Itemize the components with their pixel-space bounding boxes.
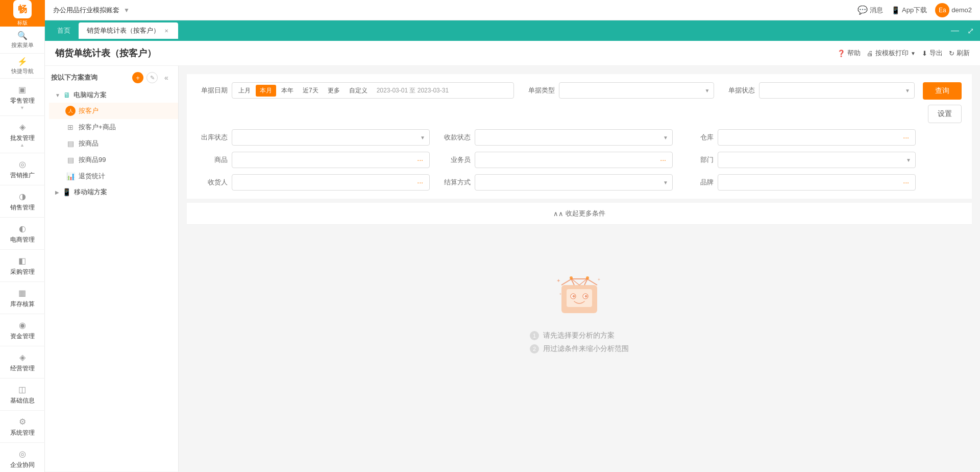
quicknav-label: 快捷导航 xyxy=(11,67,34,75)
dept-arrow: ▼ xyxy=(906,157,911,163)
doc-type-arrow: ▼ xyxy=(705,88,710,93)
message-label: 消息 xyxy=(870,6,883,15)
dept-select[interactable]: ▼ xyxy=(718,152,916,168)
date-tab-custom[interactable]: 自定义 xyxy=(345,84,372,97)
right-content: 单据日期 上月 本月 本年 近7天 更多 自定义 2023-03-01 至 20… xyxy=(179,66,980,471)
collapse-btn[interactable]: ∧∧ 收起更多条件 xyxy=(545,207,614,220)
logo-text: 标版 xyxy=(17,19,28,27)
tabbar: 首页 销货单统计表（按客户） ✕ — ⤢ xyxy=(45,20,980,41)
sidebar-item-finance[interactable]: ◉ 资金管理 xyxy=(0,314,45,346)
tree-item-by-customer[interactable]: 人 按客户 xyxy=(49,103,178,119)
customer-icon: 人 xyxy=(65,106,76,116)
ecom-icon: ◐ xyxy=(17,223,28,234)
query-button[interactable]: 查询 xyxy=(923,82,962,100)
tab-report[interactable]: 销货单统计表（按客户） ✕ xyxy=(79,22,178,39)
tree-item-by-goods[interactable]: ▤ 按商品 xyxy=(49,135,178,152)
tree-mobile-group: ▶ 📱 移动端方案 xyxy=(45,184,178,200)
sidebar-item-basic[interactable]: ◫ 基础信息 xyxy=(0,379,45,411)
tree-item-by-customer-goods[interactable]: ⊞ 按客户+商品 xyxy=(49,119,178,135)
sidebar-item-system[interactable]: ⚙ 系统管理 xyxy=(0,411,45,443)
export-btn[interactable]: ⬇ 导出 xyxy=(922,49,943,58)
sidebar-item-ecom[interactable]: ◐ 电商管理 xyxy=(0,218,45,250)
sidebar-item-sales[interactable]: ◑ 销售管理 xyxy=(0,185,45,218)
app-download-icon: 📱 xyxy=(891,6,900,14)
refresh-btn[interactable]: ↻ 刷新 xyxy=(949,49,970,58)
empty-tips: 1 请先选择要分析的方案 2 用过滤条件来缩小分析范围 xyxy=(530,331,629,353)
date-range-display: 2023-03-01 至 2023-03-31 xyxy=(377,86,449,95)
receipt-status-label: 收款状态 xyxy=(440,133,471,142)
sidebar-item-corp[interactable]: ◎ 企业协同 xyxy=(0,443,45,472)
monitor-icon: 🖥 xyxy=(63,91,70,99)
warehouse-select[interactable]: ··· xyxy=(718,129,916,146)
date-tab-last-month[interactable]: 上月 xyxy=(234,84,255,97)
tree-item-customer-label: 按客户 xyxy=(79,106,99,115)
customer-goods-icon: ⊞ xyxy=(65,122,76,132)
brand-dots: ··· xyxy=(901,178,911,186)
corp-label: 企业协同 xyxy=(10,461,35,469)
goods-select[interactable]: ··· xyxy=(232,152,430,168)
topbar-left: 办公用品行业模拟账套 ▼ xyxy=(53,6,130,15)
date-tab-this-year[interactable]: 本年 xyxy=(277,84,298,97)
sidebar-item-purchase[interactable]: ◧ 采购管理 xyxy=(0,250,45,282)
sidebar-item-inventory[interactable]: ▦ 库存核算 xyxy=(0,282,45,314)
tab-close-icon[interactable]: ✕ xyxy=(163,27,170,34)
dept-label: 部门 xyxy=(683,155,714,164)
settlement-select[interactable]: ▼ xyxy=(475,174,673,191)
out-status-select[interactable]: ▼ xyxy=(232,129,430,146)
consignee-select[interactable]: ··· xyxy=(232,174,430,191)
help-btn[interactable]: ❓ 帮助 xyxy=(837,49,861,58)
sidebar-search[interactable]: 🔍 搜索菜单 xyxy=(0,27,45,54)
sidebar-item-biz[interactable]: ◈ 经营管理 xyxy=(0,346,45,379)
refresh-icon: ↻ xyxy=(949,50,954,57)
edit-icon: ✎ xyxy=(150,75,155,81)
sidebar-item-marketing[interactable]: ◎ 营销推广 xyxy=(0,153,45,185)
purchase-icon: ◧ xyxy=(17,255,28,266)
tree-group-mobile-header[interactable]: ▶ 📱 移动端方案 xyxy=(49,184,178,200)
message-btn[interactable]: 💬 消息 xyxy=(857,5,883,15)
goods-dots: ··· xyxy=(415,156,425,164)
tree-item-by-goods99[interactable]: ▤ 按商品99 xyxy=(49,152,178,168)
date-tab-this-month[interactable]: 本月 xyxy=(256,85,276,97)
tab-maximize-icon[interactable]: ⤢ xyxy=(965,24,976,38)
tree-group-mobile-label: 移动端方案 xyxy=(74,187,107,197)
corp-icon: ◎ xyxy=(17,448,28,459)
doc-type-select[interactable]: ▼ xyxy=(559,82,715,99)
collapse-icon: « xyxy=(164,74,168,82)
collapse-row: ∧∧ 收起更多条件 xyxy=(187,203,972,225)
empty-state: ✦ ✦ ✦ 1 请先选择要分析的方案 2 用过滤条件来缩小分析范围 xyxy=(187,229,972,384)
sidebar-item-retail[interactable]: ▣ 零售管理 ▼ xyxy=(0,79,45,116)
edit-scheme-btn[interactable]: ✎ xyxy=(146,72,158,83)
system-label: 系统管理 xyxy=(10,429,35,437)
sidebar-quicknav[interactable]: ⚡ 快捷导航 xyxy=(0,54,45,79)
svg-point-6 xyxy=(585,295,587,298)
app-download-btn[interactable]: 📱 App下载 xyxy=(891,6,927,15)
sidebar-item-wholesale[interactable]: ◈ 批发管理 ▲ xyxy=(0,116,45,153)
brand-select[interactable]: ··· xyxy=(718,174,916,191)
goods99-icon: ▤ xyxy=(65,155,76,165)
date-tab-last7days[interactable]: 近7天 xyxy=(299,84,323,97)
user-profile-btn[interactable]: Ea demo2 xyxy=(935,3,972,17)
sales-label: 销售管理 xyxy=(10,203,35,212)
svg-point-10 xyxy=(586,276,589,279)
tree-item-return-stat[interactable]: 📊 退货统计 xyxy=(49,168,178,184)
doc-status-select[interactable]: ▼ xyxy=(759,82,915,99)
staff-select[interactable]: ··· xyxy=(475,152,673,168)
purchase-label: 采购管理 xyxy=(10,268,35,276)
topbar-dropdown-icon[interactable]: ▼ xyxy=(124,7,130,14)
app-download-label: App下载 xyxy=(902,6,927,15)
print-icon: 🖨 xyxy=(867,50,873,57)
receipt-status-select[interactable]: ▼ xyxy=(475,129,673,146)
sales-icon: ◑ xyxy=(17,191,28,202)
setting-button[interactable]: 设置 xyxy=(928,105,962,123)
date-tab-more[interactable]: 更多 xyxy=(324,84,344,97)
basic-label: 基础信息 xyxy=(10,396,35,405)
consignee-dots: ··· xyxy=(415,178,425,186)
add-scheme-btn[interactable]: + xyxy=(132,72,143,83)
print-btn[interactable]: 🖨 按模板打印 ▼ xyxy=(867,49,916,58)
collapse-panel-btn[interactable]: « xyxy=(161,72,172,83)
tab-minimize-icon[interactable]: — xyxy=(949,24,961,37)
sidebar-logo[interactable]: 畅 标版 xyxy=(0,0,45,27)
tree-group-desktop-header[interactable]: ▼ 🖥 电脑端方案 xyxy=(49,87,178,103)
retail-icon: ▣ xyxy=(17,84,28,95)
tab-home[interactable]: 首页 xyxy=(49,22,79,39)
